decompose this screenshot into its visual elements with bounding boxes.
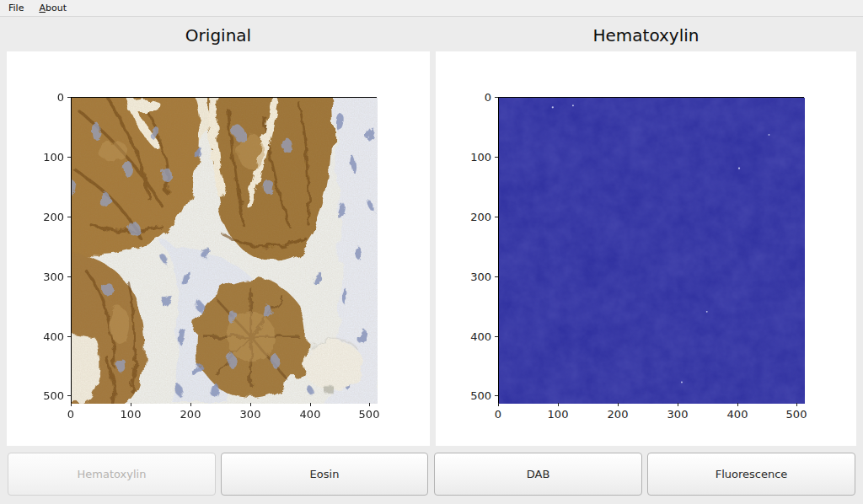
tick-label: 200 — [608, 408, 629, 421]
tick-mark — [67, 336, 71, 337]
tick-mark — [495, 276, 498, 277]
tick-mark — [310, 403, 311, 406]
tick-label: 100 — [43, 151, 64, 164]
tick-label: 0 — [57, 91, 64, 104]
button-hematoxylin[interactable]: Hematoxylin — [8, 453, 216, 496]
tick-mark — [558, 403, 559, 406]
tick-label: 100 — [121, 408, 142, 421]
tick-label: 500 — [43, 389, 64, 402]
tick-label: 200 — [470, 211, 491, 223]
tick-label: 100 — [470, 151, 491, 164]
tick-label: 500 — [786, 408, 807, 421]
tick-mark — [796, 403, 797, 406]
tick-mark — [67, 217, 71, 217]
tick-label: 300 — [43, 271, 64, 283]
hematoxylin-image — [499, 98, 805, 404]
tick-label: 500 — [359, 408, 380, 421]
tick-mark — [369, 403, 370, 406]
button-eosin[interactable]: Eosin — [221, 453, 428, 496]
tick-mark — [190, 403, 191, 406]
tick-mark — [495, 97, 498, 98]
tick-mark — [498, 403, 499, 406]
tick-label: 400 — [300, 408, 321, 421]
tick-mark — [495, 395, 498, 396]
tick-label: 300 — [240, 408, 261, 421]
tick-mark — [495, 217, 498, 217]
menubar: File About — [0, 0, 863, 17]
tick-label: 300 — [470, 271, 491, 283]
button-dab[interactable]: DAB — [434, 453, 642, 496]
tick-label: 0 — [67, 408, 74, 421]
y-axis-ticks: 0100200300400500 — [460, 97, 499, 403]
tick-mark — [495, 157, 498, 158]
tick-mark — [71, 403, 72, 406]
x-axis-ticks: 0100200300400500 — [71, 402, 377, 422]
histology-image — [72, 98, 378, 404]
tick-mark — [737, 403, 738, 406]
y-axis-ticks: 0100200300400500 — [33, 97, 72, 403]
tick-mark — [618, 403, 619, 406]
menu-item-file[interactable]: File — [0, 1, 31, 15]
tick-mark — [67, 395, 71, 396]
tick-mark — [131, 403, 131, 406]
tick-label: 0 — [495, 408, 501, 421]
panel-title-hematoxylin: Hematoxylin — [436, 25, 856, 46]
tick-mark — [495, 336, 498, 337]
tick-mark — [678, 403, 678, 406]
original-plot: 0100200300400500 0100200300400500 — [71, 97, 377, 403]
tick-label: 100 — [548, 408, 569, 421]
tick-label: 0 — [485, 91, 491, 104]
tick-label: 400 — [727, 408, 748, 421]
tick-mark — [67, 97, 71, 98]
tick-mark — [67, 276, 71, 277]
tick-label: 200 — [180, 408, 201, 421]
tick-label: 400 — [43, 330, 64, 343]
button-fluorescence[interactable]: Fluorescence — [647, 453, 855, 496]
tick-mark — [250, 403, 251, 406]
hematoxylin-plot: 0100200300400500 0100200300400500 — [498, 97, 804, 403]
tick-label: 300 — [667, 408, 689, 421]
tick-label: 400 — [470, 330, 491, 343]
x-axis-ticks: 0100200300400500 — [498, 402, 804, 422]
figure-panel-original: 0100200300400500 0100200300400500 — [7, 51, 430, 446]
figure-panel-hematoxylin: 0100200300400500 0100200300400500 — [436, 51, 856, 446]
tick-label: 500 — [470, 389, 491, 402]
panel-title-original: Original — [7, 25, 430, 46]
tick-label: 200 — [43, 211, 64, 223]
tick-mark — [67, 157, 71, 158]
menu-item-about[interactable]: About — [31, 1, 74, 15]
